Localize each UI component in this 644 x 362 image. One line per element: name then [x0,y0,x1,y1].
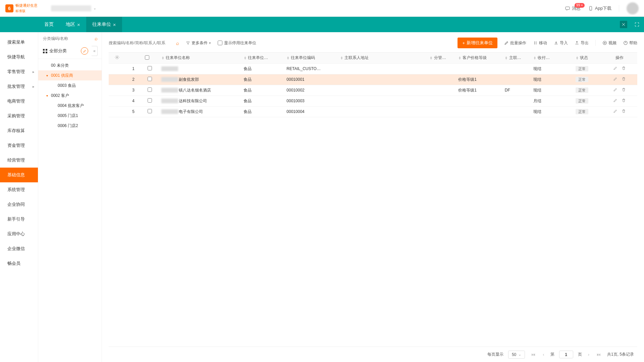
help-button[interactable]: 帮助 [623,40,637,46]
sidebar-item-畅会员[interactable]: 畅会员 [0,256,38,271]
table-row[interactable]: 4达科技有限公司食品00010003月结正常 [109,96,637,106]
cell-name: 达科技有限公司 [158,96,240,106]
edit-row-button[interactable] [613,87,618,93]
sidebar-item-搜索菜单[interactable]: 搜索菜单 [0,35,38,50]
select-all-checkbox[interactable] [145,55,149,60]
close-icon[interactable]: × [113,22,116,27]
move-button[interactable]: 移动 [533,40,547,46]
more-filters-button[interactable]: 更多条件 ▾ [186,40,211,46]
prev-page-button[interactable]: ‹ [541,352,545,357]
col-name[interactable]: ▲▼往来单位名称 [158,53,240,63]
row-checkbox[interactable] [148,109,152,113]
tree-node[interactable]: ▾0002 客户 [38,90,102,101]
sidebar-item-零售管理[interactable]: 零售管理▸ [0,64,38,79]
cell-status: 正常 [562,74,601,85]
sidebar-item-企业协同[interactable]: 企业协同 [0,197,38,212]
settings-column[interactable] [109,53,125,63]
sidebar-item-批发管理[interactable]: 批发管理▸ [0,79,38,94]
col-price-level[interactable]: ▲▼客户价格等级 [455,53,501,63]
delete-row-button[interactable] [622,109,626,114]
edit-row-button[interactable] [613,98,618,104]
col-code[interactable]: ▲▼往来单位编码 [283,53,337,63]
row-checkbox[interactable] [148,66,152,70]
col-category[interactable]: ▲▼往来单位… [240,53,283,63]
sidebar-item-快捷导航[interactable]: 快捷导航 [0,50,38,64]
app-download-button[interactable]: App下载 [588,5,611,11]
sidebar-item-label: 搜索菜单 [7,39,25,45]
tab-地区[interactable]: 地区× [60,17,86,32]
tab-往来单位[interactable]: 往来单位× [86,17,122,32]
delete-row-button[interactable] [622,66,626,71]
trash-icon [622,109,626,113]
tenant-selector[interactable]: ⌄ [51,5,96,11]
show-disabled-checkbox[interactable]: 显示停用往来单位 [218,40,256,46]
new-entity-label: 新增往来单位 [467,40,493,46]
batch-ops-button[interactable]: 批量操作 [504,40,526,46]
divider [619,5,619,12]
sidebar-item-新手引导[interactable]: 新手引导 [0,212,38,227]
delete-row-button[interactable] [622,98,626,104]
cell-price-level: 价格等级1 [455,74,501,85]
sidebar-item-基础信息[interactable]: 基础信息 [0,168,38,182]
cell-code: 00010002 [283,85,337,96]
col-status[interactable]: ▲▼状态 [562,53,601,63]
search-icon[interactable]: ⌕ [176,40,179,46]
col-main-contact[interactable]: ▲▼主联… [501,53,530,63]
delete-row-button[interactable] [622,77,626,82]
row-checkbox[interactable] [148,87,152,92]
search-icon[interactable]: ⌕ [95,36,98,41]
edit-row-button[interactable] [613,77,618,82]
sidebar-item-应用中心[interactable]: 应用中心 [0,227,38,241]
col-manager[interactable]: ▲▼分管… [426,53,455,63]
fullscreen-button[interactable] [633,21,641,28]
category-search-input[interactable] [43,36,95,41]
row-checkbox[interactable] [148,77,152,81]
table-row[interactable]: 3镇八达名烟名酒店食品00010002价格等级1DF现结正常 [109,85,637,96]
sidebar-item-系统管理[interactable]: 系统管理 [0,182,38,197]
tree-node[interactable]: 0005 门店1 [38,111,102,121]
next-page-button[interactable]: › [587,352,591,357]
sidebar-item-label: 资金管理 [7,142,25,148]
search-input[interactable] [109,41,176,45]
last-page-button[interactable]: ⏭ [595,352,602,357]
sidebar-item-资金管理[interactable]: 资金管理 [0,138,38,153]
tree-node[interactable]: 0003 食品 [38,80,102,90]
delete-row-button[interactable] [622,87,626,93]
per-page-select[interactable]: 50 ⌄ [508,351,525,359]
tree-node[interactable]: 0006 门店2 [38,121,102,131]
table-row[interactable]: 2副食批发部食品00010001价格等级1现结正常 [109,74,637,85]
trash-icon [622,66,626,70]
close-icon[interactable]: × [77,22,80,27]
tree-node[interactable]: ▾0001 供应商 [38,70,102,80]
table-row[interactable]: 1食品RETAIL_CUSTO…现结正常 [109,63,637,74]
tree-node[interactable]: 00 未分类 [38,60,102,70]
tree-node[interactable]: 0004 批发客户 [38,101,102,111]
sidebar-item-库存核算[interactable]: 库存核算 [0,123,38,138]
edit-category-button[interactable] [81,47,88,55]
sidebar-item-经营管理[interactable]: 经营管理 [0,153,38,168]
col-contact-addr[interactable]: ▲▼主联系人地址 [337,53,426,63]
edit-row-button[interactable] [613,109,618,114]
show-disabled-input[interactable] [218,41,222,45]
new-entity-button[interactable]: + 新增往来单位 [458,38,497,48]
toolbar: ⌕ 更多条件 ▾ 显示停用往来单位 + 新增往来单位 [109,36,637,50]
tree-node-label: 0003 食品 [58,83,76,88]
close-all-tabs-button[interactable] [620,21,627,28]
col-settle[interactable]: ▲▼收付… [530,53,562,63]
first-page-button[interactable]: ⏮ [530,352,537,357]
video-button[interactable]: 视频 [602,40,616,46]
export-button[interactable]: 导出 [575,40,589,46]
edit-row-button[interactable] [613,66,618,71]
tab-首页[interactable]: 首页 [38,17,60,32]
checkbox-column[interactable] [142,53,158,63]
sidebar-item-电商管理[interactable]: 电商管理 [0,94,38,109]
page-input[interactable] [559,351,573,358]
sidebar-item-企业微信[interactable]: 企业微信 [0,241,38,256]
import-button[interactable]: 导入 [554,40,568,46]
collapse-panel-button[interactable]: « [92,46,98,56]
table-row[interactable]: 5电子有限公司食品00010004现结正常 [109,106,637,117]
messages-button[interactable]: 消息 99 + [565,5,581,11]
sidebar-item-采购管理[interactable]: 采购管理 [0,109,38,123]
row-checkbox[interactable] [148,98,152,103]
avatar[interactable] [627,2,639,14]
